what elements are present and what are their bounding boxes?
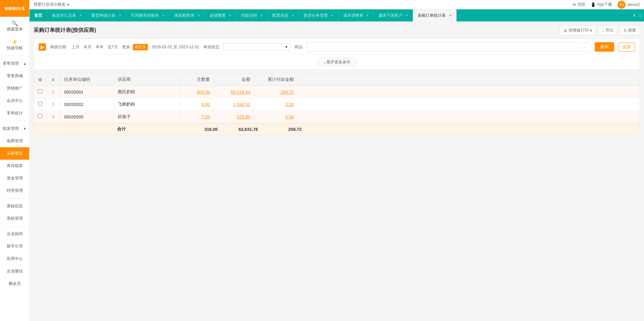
sidebar-item-member2[interactable]: 畅会员 <box>0 277 29 290</box>
shortcut-this-year[interactable]: 本年 <box>94 44 105 50</box>
tab-order-stat[interactable]: 要货单统计表 × <box>87 9 126 21</box>
export-button[interactable]: ↓ 导出 <box>598 25 617 35</box>
date-filter-label: 单据日期 <box>50 44 66 50</box>
print-icon: 🖨 <box>563 28 567 33</box>
user-initial: Ea <box>620 3 624 6</box>
tab-overstock-close[interactable]: × <box>229 13 231 17</box>
print-button[interactable]: 🖨 按模板打印 ▾ <box>559 25 596 35</box>
row2-main-qty[interactable]: 6.00 <box>181 98 214 111</box>
tab-restore-btn[interactable]: □ <box>639 13 641 18</box>
shortcut-last-month[interactable]: 上月 <box>70 44 81 50</box>
workspace-dropdown[interactable]: 母婴行业演示账套 ▾ <box>34 2 69 7</box>
sidebar-item-member[interactable]: 会员中心 <box>0 95 29 107</box>
tab-purchase-stat-close[interactable]: × <box>449 13 451 17</box>
tab-func-desc[interactable]: 功能说明 × <box>236 9 267 21</box>
row2-check[interactable] <box>38 102 42 106</box>
message-btn[interactable]: ✉ 消息 <box>573 2 585 7</box>
tab-func-desc-close[interactable]: × <box>260 13 262 17</box>
sidebar-divider-4 <box>3 226 26 226</box>
sidebar-item-new-guide-label: 新手引导 <box>7 244 23 249</box>
tab-receive-send[interactable]: 收发存汇总表 × <box>47 9 87 21</box>
tab-config[interactable]: 配置信息 × <box>268 9 299 21</box>
sidebar-item-enterprise-collab[interactable]: 企业协同 <box>0 228 29 240</box>
sidebar-item-search[interactable]: 🔍 搜索菜单 <box>0 17 29 36</box>
sidebar-item-finance[interactable]: 资金管理 <box>0 172 29 184</box>
sidebar-item-inventory[interactable]: 库存核算 <box>0 160 29 172</box>
row1-paid-amount[interactable]: 259.72 <box>255 86 298 98</box>
row3-main-qty[interactable]: 7.00 <box>181 111 214 123</box>
sidebar-item-ecommerce[interactable]: 电商管理 <box>0 135 29 147</box>
tab-receive-send-close[interactable]: × <box>79 13 82 17</box>
sidebar-item-shortcut[interactable]: ⚡ 快捷导航 <box>0 36 29 54</box>
expand-conditions-btn[interactable]: ⌄ 展开更多条件 <box>317 58 357 66</box>
row2-amount[interactable]: 1,586.52 <box>214 98 255 111</box>
sidebar-item-operation[interactable]: 经营管理 <box>0 184 29 197</box>
th-supplier-name: 供应商 <box>114 73 181 86</box>
sidebar-item-app-center[interactable]: 应用中心 <box>0 253 29 265</box>
tab-available-stock-close[interactable]: × <box>162 13 164 17</box>
row3-paid-amount[interactable]: 0.00 <box>255 111 298 123</box>
tab-purchase-stat[interactable]: 采购订单统计表 × <box>413 9 456 21</box>
search-button[interactable]: 查询 <box>595 42 614 52</box>
tab-cost-adjust[interactable]: 成本调整单 × <box>338 9 374 21</box>
shortcut-7days[interactable]: 近7天 <box>106 44 119 50</box>
sidebar-item-retail-stat[interactable]: 零售统计 <box>0 107 29 119</box>
sidebar-item-purchase[interactable]: 采购管理 <box>0 147 29 160</box>
shortcut-more[interactable]: 更多 <box>121 44 131 50</box>
tab-pick-task[interactable]: 拣货任务管理 × <box>299 9 338 21</box>
tab-warranty-close[interactable]: × <box>198 13 200 17</box>
row1-check[interactable] <box>38 89 42 94</box>
sidebar-item-new-guide[interactable]: 新手引导 <box>0 240 29 253</box>
sidebar-item-wholesale[interactable]: 批发管理 ▼ <box>0 122 29 135</box>
tab-invite-downstream[interactable]: 邀请下游客户 × <box>374 9 413 21</box>
table-row: 1 00020001 惠氏奶粉 303.00 60,519.44 259.72 <box>34 86 640 98</box>
tab-warranty[interactable]: 保质期查询 × <box>169 9 205 21</box>
sidebar-item-retail-shop-label: 零售商城 <box>7 73 23 78</box>
page-title: 采购订单统计表(按供应商) <box>34 27 96 34</box>
sidebar-item-marketing[interactable]: 营销推广 <box>0 82 29 95</box>
status-select[interactable]: ▾ <box>223 43 290 51</box>
user-info[interactable]: Ea demo2 <box>618 1 640 9</box>
tab-invite-downstream-close[interactable]: × <box>406 13 408 17</box>
tab-warranty-label: 保质期查询 <box>174 13 194 18</box>
tab-cost-adjust-close[interactable]: × <box>367 13 369 17</box>
settings-button[interactable]: 设置 <box>618 43 635 52</box>
goods-search-icon[interactable]: ··· <box>581 44 588 50</box>
tab-available-stock[interactable]: 可用量库存账本 × <box>126 9 169 21</box>
collapse-arrow-btn[interactable]: ▶ <box>39 43 46 51</box>
sidebar-item-retail[interactable]: 零售管理 ▲ <box>0 57 29 70</box>
refresh-button[interactable]: ↻ 刷新 <box>620 25 640 35</box>
sidebar-item-shortcut-label: 快捷导航 <box>7 46 23 50</box>
row3-amount[interactable]: 525.80 <box>214 111 255 123</box>
sidebar-item-retail-shop[interactable]: 零售商城 <box>0 70 29 82</box>
th-paid-amount: 累计付款金额 <box>255 73 298 86</box>
tab-overstock[interactable]: 超储预警 × <box>205 9 236 21</box>
page-actions: 🖨 按模板打印 ▾ ↓ 导出 ↻ 刷新 <box>559 25 640 35</box>
row2-paid-amount[interactable]: 0.00 <box>255 98 298 111</box>
sidebar-item-system[interactable]: 系统管理 <box>0 212 29 225</box>
row2-checkbox[interactable] <box>34 98 47 111</box>
shortcut-this-month[interactable]: 本月 <box>82 44 93 50</box>
topbar-workspace: 母婴行业演示账套 ▾ <box>34 2 69 7</box>
tab-order-stat-close[interactable]: × <box>119 13 121 17</box>
refresh-icon: ↻ <box>624 28 627 33</box>
row1-checkbox[interactable] <box>34 86 47 98</box>
expand-label: 展开更多条件 <box>326 59 351 65</box>
tab-close-all-btn[interactable]: × <box>633 13 636 18</box>
th-settings[interactable]: ⚙ <box>34 73 47 86</box>
app-download-icon: 📱 <box>591 2 596 7</box>
row1-supplier-name: 惠氏奶粉 <box>114 86 181 98</box>
tab-pick-task-close[interactable]: × <box>331 13 333 17</box>
row3-checkbox[interactable] <box>34 111 47 123</box>
tab-home[interactable]: 首页 <box>30 9 47 21</box>
tab-config-close[interactable]: × <box>292 13 294 17</box>
goods-input[interactable] <box>310 45 581 49</box>
sidebar-item-basic[interactable]: 基础信息 <box>0 200 29 212</box>
row1-amount[interactable]: 60,519.44 <box>214 86 255 98</box>
app-download-btn[interactable]: 📱 App下载 <box>591 2 612 7</box>
tab-pick-task-label: 拣货任务管理 <box>304 13 328 18</box>
row1-main-qty[interactable]: 303.00 <box>181 86 214 98</box>
sidebar-item-enterprise-wechat[interactable]: 企业微信 <box>0 265 29 277</box>
row3-check[interactable] <box>38 114 42 118</box>
sidebar-item-operation-label: 经营管理 <box>7 188 23 193</box>
